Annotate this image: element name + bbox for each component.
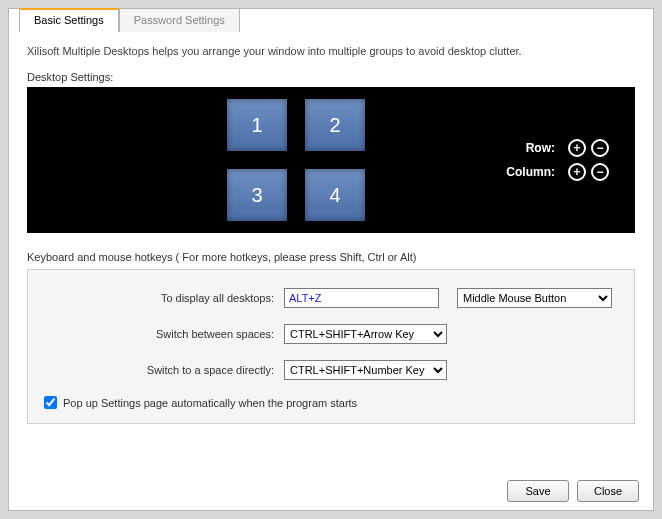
hotkeys-panel: To display all desktops: Middle Mouse Bu… <box>27 269 635 424</box>
column-decrease-button[interactable]: − <box>591 163 609 181</box>
dialog-footer: Save Close <box>507 480 639 502</box>
desktop-grid: 1 2 3 4 <box>227 99 365 221</box>
desktop-cell-3[interactable]: 3 <box>227 169 287 221</box>
desktop-preview: 1 2 3 4 Row: + − Column: + − <box>27 87 635 233</box>
desktop-cell-2[interactable]: 2 <box>305 99 365 151</box>
hotkeys-section-label: Keyboard and mouse hotkeys ( For more ho… <box>27 251 635 263</box>
tab-password-settings[interactable]: Password Settings <box>119 8 240 32</box>
switch-direct-label: Switch to a space directly: <box>44 364 284 376</box>
switch-direct-select[interactable]: CTRL+SHIFT+Number Key <box>284 360 447 380</box>
settings-window: Basic Settings Password Settings Xilisof… <box>8 8 654 511</box>
tab-bar: Basic Settings Password Settings <box>19 8 240 32</box>
desktop-cell-1[interactable]: 1 <box>227 99 287 151</box>
intro-text: Xilisoft Multiple Desktops helps you arr… <box>27 45 635 57</box>
popup-on-start-label: Pop up Settings page automatically when … <box>63 397 357 409</box>
display-all-label: To display all desktops: <box>44 292 284 304</box>
mouse-button-select[interactable]: Middle Mouse Button <box>457 288 612 308</box>
switch-between-select[interactable]: CTRL+SHIFT+Arrow Key <box>284 324 447 344</box>
row-decrease-button[interactable]: − <box>591 139 609 157</box>
column-label: Column: <box>506 165 555 179</box>
column-increase-button[interactable]: + <box>568 163 586 181</box>
popup-on-start-checkbox[interactable] <box>44 396 57 409</box>
save-button[interactable]: Save <box>507 480 569 502</box>
switch-between-label: Switch between spaces: <box>44 328 284 340</box>
tab-content: Xilisoft Multiple Desktops helps you arr… <box>9 9 653 436</box>
desktop-cell-4[interactable]: 4 <box>305 169 365 221</box>
row-column-controls: Row: + − Column: + − <box>506 133 609 187</box>
tab-basic-settings[interactable]: Basic Settings <box>19 8 119 32</box>
row-label: Row: <box>526 141 555 155</box>
display-all-input[interactable] <box>284 288 439 308</box>
close-button[interactable]: Close <box>577 480 639 502</box>
row-increase-button[interactable]: + <box>568 139 586 157</box>
desktop-settings-label: Desktop Settings: <box>27 71 635 83</box>
